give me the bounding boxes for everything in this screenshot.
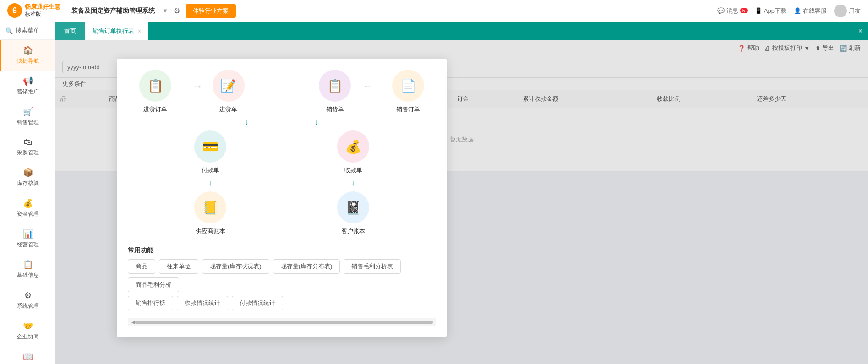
arrow-down-sales: ↓ [289,117,344,127]
flow-row-arrows-2: ↓ ↓ [128,178,436,188]
tab-sales-order[interactable]: 销售订单执行表 × [85,22,148,40]
content-area: 首页 销售订单执行表 × × ❓ 帮助 🖨 [55,22,868,364]
func-btn-stock-dist[interactable]: 现存量(库存分布表) [273,259,340,274]
purchase-bill-circle: 📝 [213,70,245,102]
app-download-button[interactable]: 📱 App下载 [755,7,786,15]
app-icon: 📱 [755,7,762,14]
sales-icon: 🛒 [23,107,33,117]
payment-circle: 💳 [194,130,226,163]
purchase-order-circle: 📋 [139,70,171,102]
message-button[interactable]: 💬 消息 5 [717,7,748,15]
func-btn-sales-profit[interactable]: 销售毛利分析表 [344,259,401,274]
inventory-icon: 📦 [23,168,33,178]
func-btn-sales-rank[interactable]: 销售排行榜 [128,296,173,310]
flow-row-2: 💳 付款单 💰 收款单 [128,130,436,174]
system-icon: ⚙ [24,290,32,300]
sales-order-circle: 📄 [392,70,424,102]
top-bar: 6 畅康通好生意 标准版 装备及固定资产辅助管理系统 ▼ ⚙ 体验行业方案 💬 … [0,0,868,22]
page-content: ❓ 帮助 🖨 按模板打印 ▼ ⬆ 导出 🔄 刷新 [55,40,868,364]
popup-overlay: 📋 进货订单 - - - → [55,40,868,364]
scroll-area: ◀ ▶ [128,318,436,326]
flow-row-3: 📒 供应商账本 📓 客户账本 [128,191,436,235]
tab-bar-close-icon[interactable]: × [858,27,863,35]
finance-icon: 💰 [23,198,33,208]
sidebar-item-guide[interactable]: 📖 新手引导 [0,346,55,364]
sidebar-item-inventory[interactable]: 📦 库存核算 [0,162,55,193]
flow-node-customer-ledger[interactable]: 📓 客户账本 [326,191,381,235]
sales-bill-circle: 📋 [319,70,351,102]
logo-icon: 6 [7,3,22,18]
flow-node-payment[interactable]: 💳 付款单 [183,130,238,174]
purchase-icon: 🛍 [24,137,32,147]
user-menu-button[interactable]: 用友 [834,5,861,17]
tab-close-icon[interactable]: × [138,22,141,40]
flow-node-receipt[interactable]: 💰 收款单 [326,130,381,174]
message-icon: 💬 [717,7,725,14]
arrow-down-purchase: ↓ [219,117,274,127]
brand-name: 畅康通好生意 [25,3,60,11]
message-badge: 5 [740,8,748,13]
arrow-down-receipt: ↓ [326,178,381,188]
sidebar-item-marketing[interactable]: 📢 营销推广 [0,71,55,101]
flow-node-sales-order[interactable]: 📄 销售订单 [381,70,436,114]
scroll-track[interactable] [135,321,428,324]
search-icon: 🔍 [5,27,13,34]
flow-node-supplier-ledger[interactable]: 📒 供应商账本 [183,191,238,235]
service-icon: 👤 [794,7,801,14]
search-menu-button[interactable]: 🔍 搜索菜单 [0,22,55,40]
customer-ledger-circle: 📓 [337,191,369,223]
top-actions: 💬 消息 5 📱 App下载 👤 在线客服 用友 [717,5,861,17]
basic-info-icon: 📋 [23,260,33,270]
app-container: 6 畅康通好生意 标准版 装备及固定资产辅助管理系统 ▼ ⚙ 体验行业方案 💬 … [0,0,868,364]
enterprise-icon: 🤝 [23,321,33,331]
arrow-h-2: ← - - - [362,80,381,103]
online-service-button[interactable]: 👤 在线客服 [794,7,827,15]
tab-bar: 首页 销售订单执行表 × × [55,22,868,40]
flow-node-purchase-bill[interactable]: 📝 进货单 [201,70,256,114]
sidebar-item-purchase[interactable]: 🛍 采购管理 [0,132,55,162]
experience-button[interactable]: 体验行业方案 [186,4,236,18]
function-buttons: 商品 往来单位 现存量(库存状况表) 现存量(库存分布表) 销售毛利分析表 商品… [128,259,436,292]
scroll-thumb [135,321,433,324]
func-btn-receipt-stats[interactable]: 收款情况统计 [177,296,228,310]
sidebar: 🔍 搜索菜单 🏠 快捷导航 📢 营销推广 🛒 销售管理 🛍 采购管理 📦 [0,22,55,364]
operations-icon: 📊 [23,229,33,239]
main-area: 🔍 搜索菜单 🏠 快捷导航 📢 营销推广 🛒 销售管理 🛍 采购管理 📦 [0,22,868,364]
flow-row-arrows: ↓ ↓ [128,117,436,127]
receipt-circle: 💰 [337,130,369,163]
flow-row-1: 📋 进货订单 - - - → [128,70,436,114]
system-dropdown-icon[interactable]: ▼ [162,7,168,14]
func-btn-stock-status[interactable]: 现存量(库存状况表) [202,259,269,274]
tab-home[interactable]: 首页 [55,22,85,40]
avatar [834,5,847,17]
func-btn-product[interactable]: 商品 [128,259,155,274]
arrow-down-payment: ↓ [183,178,238,188]
sidebar-item-enterprise[interactable]: 🤝 企业协同 [0,315,55,346]
logo-text: 畅康通好生意 标准版 [25,3,60,18]
func-btn-product-profit[interactable]: 商品毛利分析 [128,277,179,292]
guide-icon: 📖 [23,352,33,362]
system-name: 装备及固定资产辅助管理系统 [71,7,155,15]
flow-node-purchase-order[interactable]: 📋 进货订单 [128,70,183,114]
popup-panel: 📋 进货订单 - - - → [117,59,447,337]
sidebar-item-basic-info[interactable]: 📋 基础信息 [0,254,55,285]
brand-version: 标准版 [25,11,60,18]
sidebar-item-finance[interactable]: 💰 资金管理 [0,193,55,223]
sidebar-item-operations[interactable]: 📊 经营管理 [0,223,55,254]
home-icon: 🏠 [23,45,33,55]
supplier-ledger-circle: 📒 [194,191,226,223]
function-buttons-row2: 销售排行榜 收款情况统计 付款情况统计 [128,296,436,310]
sidebar-item-system[interactable]: ⚙ 系统管理 [0,285,55,315]
func-btn-units[interactable]: 往来单位 [159,259,198,274]
logo-area: 6 畅康通好生意 标准版 [7,3,62,18]
flow-diagram: 📋 进货订单 - - - → [128,70,436,239]
arrow-h-1: - - - → [183,80,201,103]
scroll-left-icon[interactable]: ◀ [131,320,135,325]
func-btn-payment-stats[interactable]: 付款情况统计 [232,296,283,310]
gear-icon[interactable]: ⚙ [174,6,180,15]
marketing-icon: 📢 [23,76,33,86]
sidebar-item-sales[interactable]: 🛒 销售管理 [0,101,55,132]
sidebar-item-quick-nav[interactable]: 🏠 快捷导航 [0,40,55,71]
flow-node-sales-bill[interactable]: 📋 销货单 [307,70,362,114]
common-functions-title: 常用功能 [128,246,436,255]
